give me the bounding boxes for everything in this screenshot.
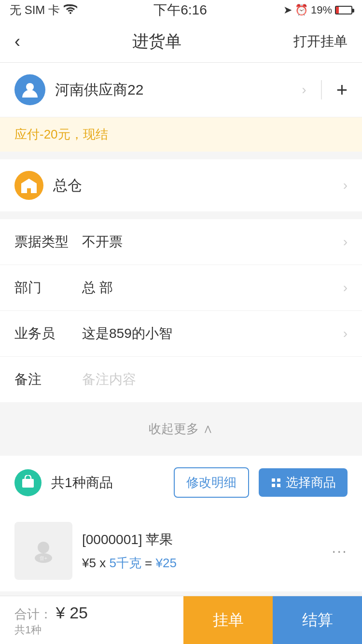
svg-point-7 [38, 542, 49, 553]
bottom-bar: 合计： ¥ 25 共1种 挂单 结算 [0, 596, 362, 644]
collapse-row[interactable]: 收起更多 ∧ [0, 410, 362, 448]
products-icon [14, 469, 42, 496]
products-section: 共1种商品 修改明细 选择商品 督+ [0000001] 苹果 [0, 456, 362, 591]
wifi-icon [64, 3, 77, 17]
battery-icon [335, 6, 352, 14]
ticket-value: 不开票 [72, 233, 343, 251]
form-row-note[interactable]: 备注 备注内容 [0, 357, 362, 402]
battery-label: 19% [311, 4, 332, 16]
product-item: 督+ [0000001] 苹果 ¥5 x 5千克 = ¥25 ··· [0, 510, 362, 591]
salesperson-chevron-icon: › [343, 326, 348, 341]
svg-rect-1 [22, 479, 34, 488]
status-right: ➤ ⏰ 19% [283, 4, 352, 16]
product-info: [0000001] 苹果 ¥5 x 5千克 = ¥25 [82, 531, 322, 572]
price-value: ¥5 [82, 556, 96, 570]
total-label: 合计： [14, 607, 52, 621]
carrier-label: 无 SIM 卡 [10, 2, 60, 18]
more-button[interactable]: ··· [332, 542, 348, 560]
form-row-ticket[interactable]: 票据类型 不开票 › [0, 219, 362, 265]
svg-text:督+: 督+ [40, 556, 47, 561]
checkout-button[interactable]: 结算 [273, 596, 362, 644]
product-thumbnail: 督+ [14, 522, 72, 580]
select-product-label: 选择商品 [286, 474, 336, 491]
edit-detail-button[interactable]: 修改明细 [174, 467, 249, 498]
product-name: [0000001] 苹果 [82, 531, 322, 549]
note-label: 备注 [14, 370, 72, 389]
collapse-label: 收起更多 ∧ [149, 420, 213, 437]
warehouse-name: 总仓 [53, 176, 343, 196]
status-time: 下午6:16 [153, 1, 207, 19]
form-row-dept[interactable]: 部门 总 部 › [0, 265, 362, 311]
supplier-name: 河南供应商22 [55, 80, 302, 100]
quantity-value: 5千克 [109, 556, 141, 570]
supplier-divider [321, 80, 322, 99]
hold-button[interactable]: 挂单 [183, 596, 273, 644]
total-amount: ¥ 25 [56, 603, 88, 622]
svg-rect-2 [272, 478, 275, 482]
salesperson-label: 业务员 [14, 324, 72, 343]
status-left: 无 SIM 卡 [10, 2, 77, 18]
products-count: 共1种商品 [51, 474, 164, 492]
select-product-button[interactable]: 选择商品 [259, 468, 348, 497]
ticket-label: 票据类型 [14, 233, 72, 251]
dept-chevron-icon: › [343, 280, 348, 295]
supplier-chevron-icon: › [302, 82, 306, 98]
supplier-row[interactable]: 河南供应商22 › + [0, 63, 362, 117]
product-code: [0000001] [82, 532, 142, 547]
product-price: ¥5 x 5千克 = ¥25 [82, 555, 322, 572]
dept-value: 总 部 [72, 279, 343, 297]
back-button[interactable]: ‹ [14, 31, 20, 52]
svg-rect-4 [272, 484, 275, 487]
svg-rect-3 [277, 478, 280, 482]
price-multiply: x [99, 556, 109, 570]
warehouse-row[interactable]: 总仓 › [0, 159, 362, 211]
alarm-icon: ⏰ [295, 4, 308, 16]
total-value: ¥25 [156, 556, 177, 570]
nav-bar: ‹ 进货单 打开挂单 [0, 20, 362, 63]
form-section: 票据类型 不开票 › 部门 总 部 › 业务员 这是859的小智 › 备注 备注… [0, 219, 362, 402]
status-bar: 无 SIM 卡 下午6:16 ➤ ⏰ 19% [0, 0, 362, 20]
total-section: 合计： ¥ 25 共1种 [0, 603, 183, 637]
form-row-salesperson[interactable]: 业务员 这是859的小智 › [0, 311, 362, 357]
supplier-section: 河南供应商22 › + 应付-20元，现结 [0, 63, 362, 152]
open-hold-button[interactable]: 打开挂单 [293, 32, 348, 51]
ticket-chevron-icon: › [343, 234, 348, 250]
product-title: 苹果 [146, 532, 173, 547]
location-icon: ➤ [283, 4, 292, 16]
supplier-avatar [14, 74, 45, 105]
page-title: 进货单 [132, 30, 181, 53]
price-equals: = [145, 556, 155, 570]
products-header: 共1种商品 修改明细 选择商品 [0, 456, 362, 509]
warehouse-icon [14, 171, 43, 200]
svg-point-0 [26, 83, 34, 91]
add-button[interactable]: + [336, 79, 348, 101]
note-placeholder[interactable]: 备注内容 [72, 370, 348, 389]
payment-hint: 应付-20元，现结 [0, 117, 362, 152]
salesperson-value: 这是859的小智 [72, 324, 343, 343]
dept-label: 部门 [14, 279, 72, 297]
total-count: 共1种 [14, 623, 169, 637]
total-line: 合计： ¥ 25 [14, 603, 169, 623]
warehouse-section: 总仓 › [0, 159, 362, 211]
warehouse-chevron-icon: › [343, 178, 348, 193]
